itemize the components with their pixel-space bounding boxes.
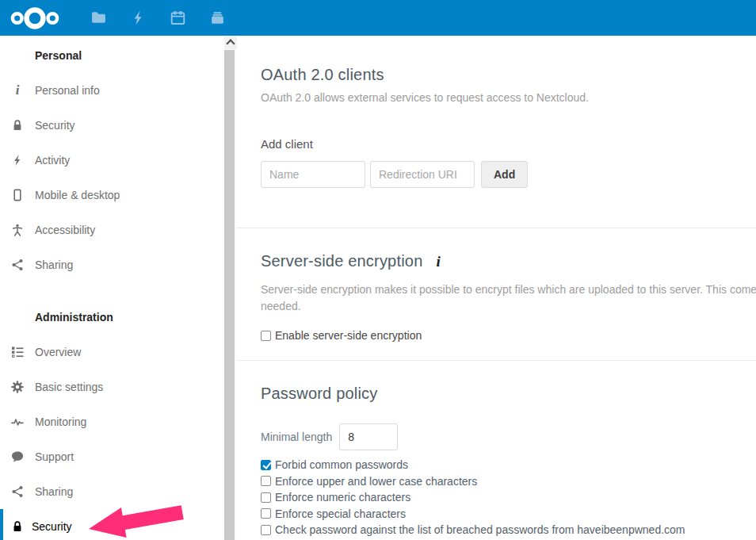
sidebar-section-title: Administration: [0, 300, 224, 335]
policy-row-enforce-numeric-characters[interactable]: Enforce numeric characters: [261, 489, 756, 506]
policy-checkbox-enforce-numeric-characters[interactable]: [261, 492, 271, 503]
sidebar-item-overview[interactable]: Overview: [0, 335, 224, 370]
top-header-bar: [0, 0, 756, 36]
password-policy-title: Password policy: [261, 361, 756, 403]
sidebar-item-label: Mobile & desktop: [35, 189, 120, 201]
settings-sidebar: PersonaliPersonal infoSecurityActivityMo…: [0, 36, 224, 540]
sidebar-item-accessibility[interactable]: Accessibility: [0, 213, 224, 247]
deck-app-icon[interactable]: [197, 0, 237, 36]
chevron-up-icon: [226, 39, 235, 48]
sidebar-section-administration: AdministrationOverviewBasic settingsMoni…: [0, 300, 224, 540]
activity-app-icon[interactable]: [118, 0, 158, 36]
sidebar-item-personal-info[interactable]: iPersonal info: [0, 73, 224, 108]
policy-row-check-password-against-the-list-of-breac[interactable]: Check password against the list of breac…: [261, 522, 756, 538]
sidebar-item-label: Overview: [35, 346, 81, 358]
password-policy-checkboxes: Forbid common passwordsEnforce upper and…: [261, 457, 756, 538]
lock-icon: [0, 520, 35, 533]
settings-content: OAuth 2.0 clients OAuth 2.0 allows exter…: [237, 36, 756, 540]
enable-encryption-row[interactable]: Enable server-side encryption: [261, 329, 756, 342]
sidebar-item-label: Support: [35, 450, 74, 463]
policy-checkbox-label: Enforce numeric characters: [275, 491, 410, 504]
enable-encryption-checkbox[interactable]: [261, 331, 271, 341]
sidebar-item-activity[interactable]: Activity: [0, 143, 224, 178]
policy-row-forbid-common-passwords[interactable]: Forbid common passwords: [261, 457, 756, 473]
sidebar-item-label: Security: [32, 520, 72, 533]
policy-checkbox-label: Enforce special characters: [275, 507, 406, 520]
encryption-section: Server-side encryption i Server-side enc…: [237, 228, 756, 361]
sidebar-section-title: Personal: [0, 38, 224, 73]
share-icon: [0, 485, 35, 498]
sidebar-item-label: Accessibility: [35, 224, 95, 236]
sidebar-item-mobile-desktop[interactable]: Mobile & desktop: [0, 178, 224, 213]
sidebar-item-support[interactable]: Support: [0, 439, 224, 474]
minimal-length-input[interactable]: [339, 423, 398, 450]
accessibility-icon: [0, 224, 35, 236]
scrollbar-thumb[interactable]: [224, 50, 235, 540]
sidebar-item-monitoring[interactable]: Monitoring: [0, 404, 224, 439]
sidebar-item-label: Activity: [35, 154, 70, 167]
sidebar-section-personal: PersonaliPersonal infoSecurityActivityMo…: [0, 38, 224, 282]
policy-row-enforce-upper-and-lower-case-characters[interactable]: Enforce upper and lower case characters: [261, 473, 756, 490]
add-client-button[interactable]: Add: [481, 161, 528, 188]
sidebar-scrollbar[interactable]: [224, 36, 237, 540]
share-icon: [0, 259, 35, 271]
files-app-icon[interactable]: [78, 0, 118, 36]
redirection-uri-input[interactable]: [370, 161, 475, 188]
gear-icon: [0, 381, 35, 393]
lock-icon: [0, 119, 35, 132]
sidebar-item-label: Sharing: [35, 485, 73, 498]
policy-row-enforce-special-characters[interactable]: Enforce special characters: [261, 506, 756, 523]
add-client-form: Add: [261, 161, 756, 188]
password-policy-section: Password policy Minimal length Forbid co…: [237, 361, 756, 538]
phone-icon: [0, 189, 35, 201]
sidebar-item-label: Security: [35, 119, 75, 132]
scroll-up-button[interactable]: [224, 36, 237, 49]
minimal-length-row: Minimal length: [261, 423, 756, 450]
client-name-input[interactable]: [261, 161, 365, 188]
oauth-section: OAuth 2.0 clients OAuth 2.0 allows exter…: [237, 36, 756, 228]
encryption-title: Server-side encryption i: [261, 228, 756, 270]
sidebar-item-security[interactable]: Security: [0, 108, 224, 143]
policy-checkbox-label: Forbid common passwords: [275, 458, 408, 471]
policy-checkbox-forbid-common-passwords[interactable]: [261, 460, 271, 470]
sidebar-item-label: Personal info: [35, 84, 100, 97]
chat-icon: [0, 450, 35, 463]
minimal-length-label: Minimal length: [261, 431, 332, 443]
app-navigation: [78, 0, 237, 36]
info-icon: i: [0, 84, 35, 97]
policy-checkbox-label: Enforce upper and lower case characters: [275, 475, 477, 488]
oauth-description: OAuth 2.0 allows external services to re…: [261, 91, 756, 104]
sidebar-item-security[interactable]: Security: [0, 509, 224, 540]
info-icon[interactable]: i: [437, 253, 441, 270]
encryption-description: Server-side encryption makes it possible…: [261, 281, 756, 315]
sidebar-item-basic-settings[interactable]: Basic settings: [0, 370, 224, 404]
policy-checkbox-check-password-against-the-list-of-breac[interactable]: [261, 525, 271, 535]
oauth-title: OAuth 2.0 clients: [261, 36, 756, 84]
pulse-icon: [0, 416, 35, 428]
list-icon: [0, 346, 35, 358]
bolt-icon: [0, 154, 35, 167]
encryption-title-text: Server-side encryption: [261, 252, 423, 270]
policy-checkbox-enforce-upper-and-lower-case-characters[interactable]: [261, 476, 271, 486]
sidebar-item-label: Basic settings: [35, 381, 103, 393]
sidebar-item-label: Monitoring: [35, 416, 86, 428]
sidebar-item-sharing[interactable]: Sharing: [0, 474, 224, 509]
add-client-label: Add client: [261, 137, 756, 151]
policy-checkbox-enforce-special-characters[interactable]: [261, 508, 271, 519]
encryption-description-line1: Server-side encryption makes it possible…: [261, 281, 756, 298]
nextcloud-logo-icon[interactable]: [9, 6, 61, 31]
sidebar-item-label: Sharing: [35, 259, 73, 271]
policy-checkbox-label: Check password against the list of breac…: [275, 523, 685, 536]
calendar-app-icon[interactable]: [158, 0, 197, 36]
encryption-description-line2: needed.: [261, 298, 756, 315]
enable-encryption-label: Enable server-side encryption: [275, 329, 422, 342]
sidebar-item-sharing[interactable]: Sharing: [0, 247, 224, 282]
